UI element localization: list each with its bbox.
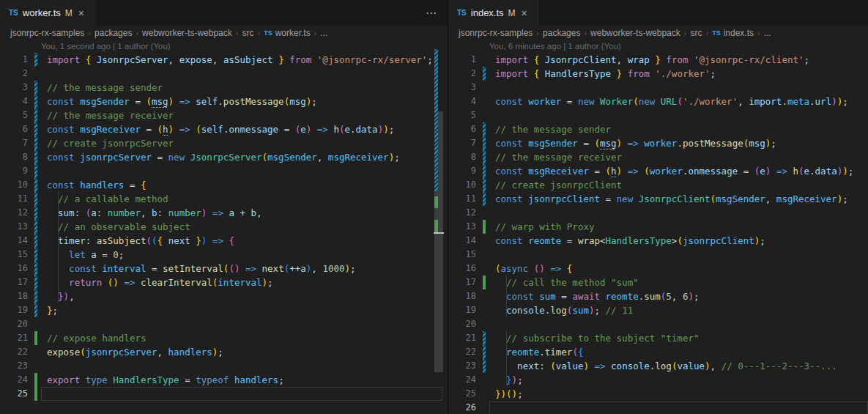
gutter: [28, 359, 47, 373]
gutter-modified-indicator: [483, 192, 486, 206]
line-number: 20: [448, 317, 476, 331]
gutter: [476, 262, 495, 276]
breadcrumb-item[interactable]: webworker-ts-webpack: [590, 28, 680, 38]
breadcrumb-item[interactable]: jsonrpc-rx-samples: [10, 28, 84, 38]
tab-close-icon[interactable]: ×: [520, 7, 529, 19]
editor-worker-ts[interactable]: You, 1 second ago | 1 author (You)1impor…: [0, 40, 448, 401]
code-line: 6// the message sender: [448, 122, 868, 136]
code-line: 16(async () => {: [448, 262, 868, 276]
code-text: const msgReceiver = (h) => (self.onmessa…: [47, 122, 448, 136]
code-line: 7const msgSender = (msg) => worker.postM…: [448, 136, 868, 150]
code-line: 3// the message sender: [0, 81, 448, 95]
breadcrumb-item[interactable]: webworker-ts-webpack: [142, 28, 232, 38]
indent-guide: [506, 359, 507, 373]
line-number: 3: [0, 81, 28, 95]
gutter-modified-indicator: [34, 220, 37, 234]
code-text: let a = 0;: [47, 248, 448, 262]
gutter: [476, 317, 495, 331]
line-number: 7: [0, 136, 28, 150]
line-number: 17: [0, 276, 28, 289]
gutter: [476, 373, 495, 387]
line-number: 1: [448, 53, 476, 67]
gutter-modified-indicator: [483, 136, 486, 150]
breadcrumb-separator-icon: ›: [88, 29, 91, 37]
typescript-file-icon: TS: [457, 9, 467, 17]
code-text: const jsonrpcClient = new JsonrpcClient(…: [495, 192, 868, 206]
tab-index-ts[interactable]: TSindex.tsM×: [448, 0, 538, 26]
line-number: 10: [448, 178, 476, 192]
gutter: [476, 67, 495, 81]
code-line: 9: [0, 164, 448, 178]
breadcrumb-item[interactable]: packages: [543, 28, 580, 38]
code-line: 16 const interval = setInterval(() => ne…: [0, 262, 448, 276]
typescript-file-icon: TS: [712, 29, 721, 37]
code-text: next: (value) => console.log(value), // …: [495, 359, 868, 373]
gutter: [476, 95, 495, 108]
code-line: 21// expose handlers: [0, 331, 448, 345]
scrollbar-slider[interactable]: [434, 111, 443, 372]
breadcrumb-item[interactable]: jsonrpc-rx-samples: [459, 28, 533, 38]
breadcrumb-item-symbol[interactable]: ...: [764, 28, 771, 38]
line-number: 22: [0, 345, 28, 359]
breadcrumb-item-file[interactable]: TSindex.ts: [712, 28, 754, 38]
gutter-modified-indicator: [34, 289, 37, 303]
indent-guide: [58, 262, 59, 276]
gutter: [476, 136, 495, 150]
code-text: // the message receiver: [495, 150, 868, 164]
editor-actions-more-icon[interactable]: ⋯: [426, 7, 437, 20]
gutter: [476, 108, 495, 122]
code-text: import { JsonrpcClient, wrap } from '@js…: [495, 53, 868, 67]
breadcrumb-item[interactable]: packages: [94, 28, 132, 38]
line-number: 2: [448, 67, 476, 81]
gutter: [28, 248, 47, 262]
code-line: 21 // subscribe to the subject "timer": [448, 331, 868, 345]
code-text: [495, 248, 868, 262]
editor-group-container: TSworker.tsM×⋯jsonrpc-rx-samples›package…: [0, 0, 868, 414]
code-line: 8// the message receiver: [448, 150, 868, 164]
code-text: reomte.timer({: [495, 345, 868, 359]
gutter: [476, 178, 495, 192]
gutter: [28, 95, 47, 108]
line-number: 1: [0, 53, 28, 67]
code-line: 25: [0, 387, 448, 401]
code-line: 10const handlers = {: [0, 178, 448, 192]
editor-index-ts[interactable]: You, 6 minutes ago | 1 author (You)1impo…: [448, 40, 868, 414]
line-number: 22: [448, 345, 476, 359]
line-number: 11: [448, 192, 476, 206]
code-text: }),: [47, 289, 448, 303]
breadcrumb-item-file[interactable]: TSworker.ts: [264, 28, 311, 38]
code-line: 18 }),: [0, 289, 448, 303]
line-number: 4: [448, 95, 476, 108]
code-line: 11const jsonrpcClient = new JsonrpcClien…: [448, 192, 868, 206]
code-text: [495, 108, 868, 122]
tab-worker-ts[interactable]: TSworker.tsM×: [0, 0, 95, 26]
breadcrumb-item[interactable]: src: [242, 28, 253, 38]
code-line: 26: [448, 401, 868, 414]
code-line: 18 const sum = await reomte.sum(5, 6);: [448, 289, 868, 303]
code-text: const msgSender = (msg) => worker.postMe…: [495, 136, 868, 150]
line-number: 21: [448, 331, 476, 345]
code-line: 12: [448, 206, 868, 220]
code-line: 13 // an observable subject: [0, 220, 448, 234]
gutter-added-indicator: [34, 387, 37, 401]
indent-guide: [506, 373, 507, 387]
gutter: [476, 53, 495, 67]
code-line: 17 return () => clearInterval(interval);: [0, 276, 448, 289]
gutter-modified-indicator: [34, 164, 37, 178]
gutter-modified-indicator: [34, 178, 37, 192]
line-number: 17: [448, 276, 476, 289]
code-text: export type HandlersType = typeof handle…: [47, 373, 448, 387]
tab-close-icon[interactable]: ×: [77, 7, 86, 19]
gutter: [476, 122, 495, 136]
breadcrumb-item-symbol[interactable]: ...: [320, 28, 327, 38]
line-number: 16: [0, 262, 28, 276]
breadcrumb-item[interactable]: src: [690, 28, 702, 38]
code-text: const jsonrpcServer = new JsonrpcServer(…: [47, 150, 448, 164]
code-text: const interval = setInterval(() => next(…: [47, 262, 448, 276]
gutter-modified-indicator: [483, 359, 486, 373]
gutter-modified-indicator: [34, 122, 37, 136]
line-number: 24: [448, 373, 476, 387]
gutter: [476, 150, 495, 164]
gutter: [476, 345, 495, 359]
code-line: 6const msgReceiver = (h) => (self.onmess…: [0, 122, 448, 136]
